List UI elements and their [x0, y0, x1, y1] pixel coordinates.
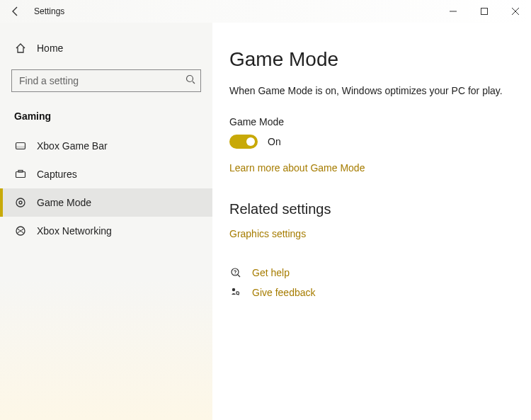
nav-item-label: Xbox Game Bar: [37, 140, 108, 152]
search-input[interactable]: [11, 69, 201, 92]
svg-rect-4: [16, 172, 25, 178]
svg-point-1: [187, 76, 193, 82]
minimize-button[interactable]: [438, 0, 469, 23]
nav-item-game-mode[interactable]: Game Mode: [0, 188, 212, 217]
titlebar: Settings: [0, 0, 531, 23]
search-icon: [185, 74, 195, 87]
give-feedback-row[interactable]: Give feedback: [229, 287, 514, 298]
nav-item-label: Xbox Networking: [37, 225, 112, 237]
window-controls: [438, 0, 531, 23]
svg-rect-3: [16, 146, 25, 149]
window-title: Settings: [31, 6, 64, 16]
page-description: When Game Mode is on, Windows optimizes …: [229, 85, 514, 96]
nav-item-captures[interactable]: Captures: [0, 160, 212, 188]
svg-point-10: [234, 273, 235, 274]
captures-icon: [14, 169, 27, 180]
svg-point-6: [16, 198, 25, 207]
sidebar-home[interactable]: Home: [0, 37, 212, 59]
home-icon: [14, 42, 27, 54]
nav-item-xbox-game-bar[interactable]: Xbox Game Bar: [0, 132, 212, 160]
arrow-left-icon: [10, 6, 21, 17]
give-feedback-link: Give feedback: [252, 287, 316, 298]
game-mode-icon: [14, 197, 27, 208]
learn-more-link[interactable]: Learn more about Game Mode: [229, 162, 365, 174]
get-help-link: Get help: [252, 267, 290, 278]
toggle-knob: [246, 137, 255, 146]
nav-item-xbox-networking[interactable]: Xbox Networking: [0, 217, 212, 245]
svg-rect-0: [481, 8, 488, 15]
toggle-row: On: [229, 135, 514, 149]
svg-point-11: [232, 288, 235, 291]
close-icon: [512, 8, 519, 15]
sidebar-category: Gaming: [0, 105, 212, 132]
svg-rect-5: [18, 171, 23, 173]
setting-label: Game Mode: [229, 116, 514, 127]
toggle-state-label: On: [268, 136, 281, 147]
search-wrap: [11, 69, 201, 92]
minimize-icon: [450, 8, 457, 15]
nav-item-label: Game Mode: [37, 197, 91, 208]
related-settings-heading: Related settings: [229, 201, 514, 217]
help-icon: [229, 267, 242, 278]
close-button[interactable]: [500, 0, 531, 23]
sidebar: Home Gaming Xbox Game Bar Captures Game …: [0, 23, 212, 420]
maximize-button[interactable]: [469, 0, 500, 23]
feedback-icon: [229, 287, 242, 298]
back-button[interactable]: [0, 0, 31, 23]
graphics-settings-link[interactable]: Graphics settings: [229, 228, 306, 239]
sidebar-home-label: Home: [37, 42, 63, 54]
get-help-row[interactable]: Get help: [229, 267, 514, 278]
main: Home Gaming Xbox Game Bar Captures Game …: [0, 23, 531, 420]
nav-item-label: Captures: [37, 169, 77, 180]
page-title: Game Mode: [229, 48, 514, 71]
content: Game Mode When Game Mode is on, Windows …: [212, 23, 531, 420]
game-bar-icon: [14, 140, 27, 152]
game-mode-toggle[interactable]: [229, 135, 258, 149]
support-section: Get help Give feedback: [229, 267, 514, 298]
maximize-icon: [481, 8, 488, 15]
svg-point-7: [19, 201, 22, 204]
xbox-networking-icon: [14, 225, 27, 237]
